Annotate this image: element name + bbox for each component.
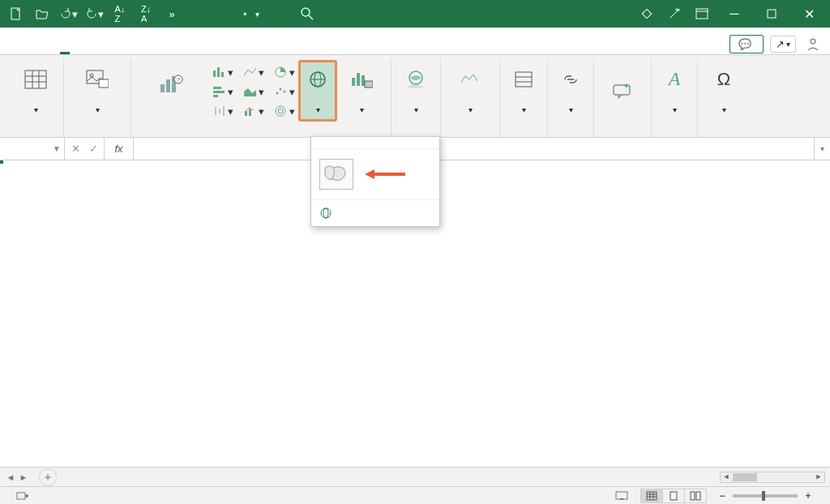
- maximize-button[interactable]: [757, 2, 786, 25]
- globe-3d-icon: [405, 66, 426, 92]
- display-settings-button[interactable]: [615, 491, 631, 501]
- svg-rect-69: [696, 492, 700, 500]
- svg-rect-36: [249, 109, 251, 116]
- radar-chart-icon[interactable]: ▾: [269, 102, 298, 120]
- zoom-thumb[interactable]: [762, 491, 765, 501]
- combo-chart-icon[interactable]: ▾: [238, 102, 267, 120]
- minimize-button[interactable]: ─: [720, 2, 749, 25]
- zoom-track[interactable]: [733, 494, 798, 498]
- sort-desc-icon[interactable]: Z↓A: [136, 4, 156, 23]
- macro-record-icon[interactable]: [16, 490, 29, 502]
- new-sheet-button[interactable]: ＋: [39, 468, 57, 486]
- ribbon-display-icon[interactable]: [692, 4, 712, 23]
- sheet-nav-next-icon[interactable]: ►: [18, 472, 29, 482]
- sort-asc-icon[interactable]: A↓Z: [110, 4, 130, 23]
- pointer-arrow-icon: [363, 166, 407, 182]
- column-chart-icon[interactable]: ▾: [208, 63, 237, 81]
- svg-marker-55: [365, 169, 374, 179]
- link-button[interactable]: ▾: [553, 62, 588, 120]
- pivotchart-button[interactable]: ▾: [337, 62, 386, 120]
- svg-line-4: [670, 10, 678, 18]
- filled-map-option[interactable]: [319, 159, 353, 190]
- filters-button[interactable]: ▾: [505, 62, 542, 120]
- horizontal-scrollbar[interactable]: ◄ ►: [720, 472, 825, 483]
- share-button[interactable]: ↗▾: [770, 36, 796, 53]
- cancel-formula-icon[interactable]: ✕: [68, 143, 83, 155]
- tab-insert[interactable]: [60, 43, 70, 54]
- comment-button[interactable]: [599, 62, 646, 120]
- name-box-input[interactable]: [5, 143, 59, 155]
- view-normal-button[interactable]: [640, 489, 663, 503]
- zoom-slider[interactable]: − +: [717, 490, 814, 502]
- globe-icon: [308, 66, 327, 92]
- close-button[interactable]: ✕: [794, 2, 824, 25]
- tab-review[interactable]: [182, 43, 191, 54]
- redo-icon[interactable]: ▾: [84, 4, 104, 23]
- bar-chart-icon[interactable]: ▾: [208, 83, 237, 100]
- line-chart-icon[interactable]: ▾: [238, 63, 267, 81]
- more-map-charts-button[interactable]: [311, 199, 439, 226]
- svg-rect-7: [768, 10, 776, 18]
- tables-button[interactable]: ▾: [13, 62, 58, 120]
- svg-point-57: [323, 208, 328, 218]
- svg-rect-43: [357, 73, 360, 86]
- svg-rect-45: [365, 81, 373, 88]
- svg-point-47: [408, 85, 424, 88]
- comments-button[interactable]: 💬: [729, 35, 764, 53]
- tab-developer[interactable]: [230, 43, 240, 54]
- tab-file[interactable]: [11, 43, 21, 54]
- quick-access-toolbar: ▾ ▾ A↓Z Z↓A »: [6, 4, 182, 23]
- svg-rect-48: [516, 72, 532, 87]
- chevron-down-icon[interactable]: ▼: [53, 144, 61, 153]
- zoom-out-button[interactable]: −: [717, 490, 728, 502]
- new-comment-icon: [612, 78, 633, 104]
- stock-chart-icon[interactable]: ▾: [208, 102, 237, 120]
- expand-formula-bar-icon[interactable]: ▾: [814, 138, 830, 160]
- filled-map-icon: [323, 163, 350, 186]
- scroll-left-icon[interactable]: ◄: [721, 472, 732, 482]
- scatter-chart-icon[interactable]: ▾: [269, 83, 298, 100]
- wand-icon[interactable]: [665, 4, 684, 23]
- save-state[interactable]: ▾: [252, 10, 259, 19]
- open-file-icon[interactable]: [32, 4, 52, 23]
- tab-draw[interactable]: [84, 43, 94, 54]
- ribbon-insert: ▾ ▾ ? ▾ ▾ ▾ ▾ ▾ ▾ ▾ ▾ ▾ ▾: [0, 55, 830, 138]
- 3d-map-button[interactable]: ▾: [396, 62, 435, 120]
- pie-chart-icon[interactable]: ▾: [269, 63, 298, 81]
- tab-help[interactable]: [255, 43, 264, 54]
- tab-page-layout[interactable]: [109, 43, 118, 54]
- svg-rect-28: [213, 95, 218, 97]
- enter-formula-icon[interactable]: ✓: [86, 143, 101, 155]
- view-page-layout-button[interactable]: [662, 489, 685, 503]
- insert-function-button[interactable]: fx: [105, 138, 134, 160]
- area-chart-icon[interactable]: ▾: [238, 83, 267, 100]
- text-button[interactable]: A▾: [657, 62, 692, 120]
- zoom-in-button[interactable]: +: [802, 490, 814, 502]
- view-page-break-button[interactable]: [684, 489, 707, 503]
- diamond-icon[interactable]: [637, 4, 657, 23]
- name-box[interactable]: ▼: [0, 138, 65, 160]
- illustrations-button[interactable]: ▾: [69, 62, 126, 120]
- new-file-icon[interactable]: [6, 4, 26, 23]
- sheet-nav-prev-icon[interactable]: ◄: [5, 472, 16, 482]
- tab-view[interactable]: [206, 43, 216, 54]
- tab-data[interactable]: [157, 43, 167, 54]
- recommended-charts-button[interactable]: ?: [136, 62, 206, 120]
- tab-formulas[interactable]: [133, 43, 143, 54]
- pivotchart-icon: [350, 66, 373, 92]
- svg-rect-3: [642, 9, 651, 18]
- svg-rect-68: [691, 492, 695, 500]
- formula-input[interactable]: [134, 138, 814, 160]
- maps-button[interactable]: ▾: [300, 62, 336, 120]
- svg-point-29: [276, 92, 278, 95]
- tab-home[interactable]: [36, 43, 45, 54]
- symbols-button[interactable]: Ω▾: [703, 62, 745, 120]
- sign-in-icon[interactable]: [802, 33, 824, 54]
- search-icon[interactable]: [300, 6, 314, 21]
- recommended-chart-icon: ?: [159, 72, 183, 98]
- qat-more-icon[interactable]: »: [162, 4, 182, 23]
- scroll-right-icon[interactable]: ►: [813, 472, 824, 482]
- sparklines-button[interactable]: ▾: [446, 62, 494, 120]
- undo-icon[interactable]: ▾: [58, 4, 78, 23]
- scroll-thumb[interactable]: [733, 473, 757, 481]
